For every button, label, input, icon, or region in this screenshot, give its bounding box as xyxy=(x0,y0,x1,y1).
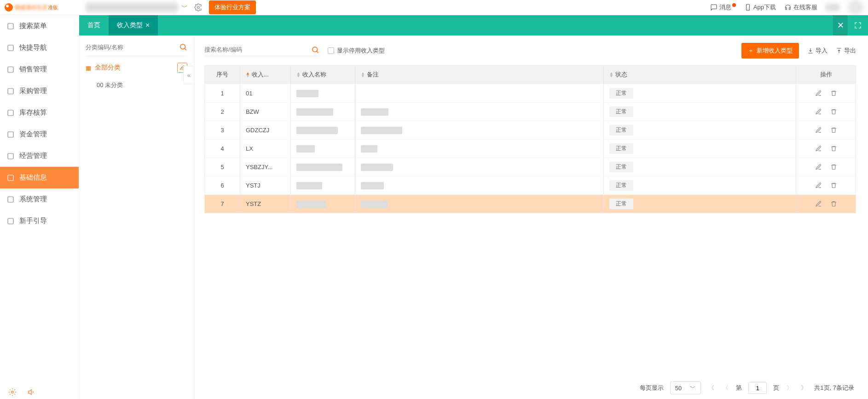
company-name xyxy=(86,3,178,12)
table-row[interactable]: 4LX正常 xyxy=(205,139,856,158)
page-summary: 共1页, 7条记录 xyxy=(814,384,854,392)
th-seq[interactable]: 序号 xyxy=(205,65,240,84)
toolbar: 显示停用收入类型 ＋ 新增收入类型 导入 导出 xyxy=(204,43,856,59)
close-all-tabs-button[interactable]: ✕ xyxy=(833,15,848,35)
svg-rect-4 xyxy=(8,45,13,51)
footer-sound-icon[interactable] xyxy=(28,388,36,396)
add-income-type-button[interactable]: ＋ 新增收入类型 xyxy=(741,43,799,59)
sidebar-item-label: 快捷导航 xyxy=(19,43,47,52)
delete-icon[interactable] xyxy=(830,108,837,115)
search-icon[interactable] xyxy=(179,43,187,51)
delete-icon[interactable] xyxy=(830,182,837,189)
company-dropdown-icon[interactable]: ﹀ xyxy=(181,3,188,12)
table-row[interactable]: 7YSTZ正常 xyxy=(205,194,856,213)
page-prev-button[interactable]: 〈 xyxy=(722,384,729,392)
footer-gear-icon[interactable] xyxy=(8,388,17,396)
export-button[interactable]: 导出 xyxy=(836,47,856,55)
show-disabled-checkbox[interactable]: 显示停用收入类型 xyxy=(328,47,385,55)
sidebar-item-label: 基础信息 xyxy=(19,173,47,182)
customer-service-link[interactable]: 在线客服 xyxy=(784,3,817,12)
table-row[interactable]: 5YSBZJY...正常 xyxy=(205,158,856,176)
sidebar-item-2[interactable]: 销售管理 xyxy=(0,59,79,80)
delete-icon[interactable] xyxy=(830,127,837,134)
chevron-down-icon: ﹀ xyxy=(690,384,696,392)
category-item[interactable]: 00 未分类 xyxy=(86,76,187,94)
table-header: 序号 ▲▼收入... ▲▼收入名称 ▲▼备注 ▲▼状态 操作 xyxy=(205,65,856,84)
tab-close-icon[interactable]: × xyxy=(145,21,150,29)
sidebar-item-7[interactable]: 基础信息 xyxy=(0,167,79,188)
edit-icon[interactable] xyxy=(815,182,822,189)
page-next-button[interactable]: 〉 xyxy=(786,384,793,392)
edit-icon[interactable] xyxy=(815,108,822,115)
th-name[interactable]: ▲▼收入名称 xyxy=(290,65,355,84)
export-icon xyxy=(836,47,842,54)
th-code[interactable]: ▲▼收入... xyxy=(240,65,290,84)
cell-name xyxy=(290,103,355,121)
cell-status: 正常 xyxy=(603,140,796,158)
avatar[interactable] xyxy=(848,0,863,15)
page-first-button[interactable]: 《 xyxy=(707,384,715,392)
main-search-input[interactable] xyxy=(204,46,311,53)
th-ops: 操作 xyxy=(796,65,856,84)
cell-seq: 7 xyxy=(205,195,240,213)
edit-icon[interactable] xyxy=(815,164,822,170)
sort-icon: ▲▼ xyxy=(609,72,613,77)
sidebar-item-5[interactable]: 资金管理 xyxy=(0,123,79,145)
sidebar-item-8[interactable]: 系统管理 xyxy=(0,188,79,210)
delete-icon[interactable] xyxy=(830,90,837,97)
delete-icon[interactable] xyxy=(830,164,837,170)
sidebar-item-0[interactable]: 搜索菜单 xyxy=(0,15,79,37)
app-download-link[interactable]: App下载 xyxy=(744,3,776,12)
cell-ops xyxy=(796,176,856,194)
search-icon[interactable] xyxy=(311,46,319,54)
cell-seq: 5 xyxy=(205,158,240,176)
category-search xyxy=(86,40,187,56)
th-remark[interactable]: ▲▼备注 xyxy=(355,65,603,84)
edit-icon[interactable] xyxy=(815,200,822,207)
table-row[interactable]: 6YSTJ正常 xyxy=(205,176,856,194)
cell-seq: 6 xyxy=(205,176,240,194)
side-nav: 搜索菜单快捷导航销售管理采购管理库存核算资金管理经营管理基础信息系统管理新手引导 xyxy=(0,15,79,399)
sidebar-item-9[interactable]: 新手引导 xyxy=(0,210,79,232)
sidebar-item-label: 采购管理 xyxy=(19,87,47,95)
plus-icon: ＋ xyxy=(748,47,754,55)
side-footer xyxy=(0,388,79,396)
page-input[interactable] xyxy=(748,382,767,394)
edit-icon[interactable] xyxy=(815,145,822,152)
message-badge xyxy=(732,3,736,7)
fullscreen-icon[interactable] xyxy=(851,15,865,35)
category-all[interactable]: ▦ 全部分类 xyxy=(86,56,187,76)
cell-ops xyxy=(796,140,856,158)
delete-icon[interactable] xyxy=(830,145,837,152)
tab-bar: 首页 收入类型 × ✕ xyxy=(79,15,868,35)
sidebar-item-1[interactable]: 快捷导航 xyxy=(0,37,79,59)
collapse-panel-button[interactable]: « xyxy=(183,66,194,84)
page-last-button[interactable]: 》 xyxy=(800,384,808,392)
edit-icon[interactable] xyxy=(815,127,822,134)
table-row[interactable]: 2BZW正常 xyxy=(205,102,856,121)
tab-home[interactable]: 首页 xyxy=(79,15,109,35)
category-search-input[interactable] xyxy=(86,44,175,51)
cell-status: 正常 xyxy=(603,195,796,213)
th-status[interactable]: ▲▼状态 xyxy=(603,65,796,84)
per-page-select[interactable]: 50 ﹀ xyxy=(670,381,701,394)
cell-ops xyxy=(796,84,856,102)
sidebar-icon xyxy=(6,44,15,52)
cell-code: YSTZ xyxy=(240,195,290,213)
table-row[interactable]: 3GDZCZJ正常 xyxy=(205,121,856,139)
svg-point-0 xyxy=(197,6,200,9)
table-row[interactable]: 101正常 xyxy=(205,84,856,102)
delete-icon[interactable] xyxy=(830,200,837,207)
edit-icon[interactable] xyxy=(815,90,822,97)
sidebar-item-4[interactable]: 库存核算 xyxy=(0,102,79,123)
message-link[interactable]: 消息 xyxy=(710,3,736,12)
import-button[interactable]: 导入 xyxy=(807,47,827,55)
sidebar-item-3[interactable]: 采购管理 xyxy=(0,80,79,102)
grid-icon: ▦ xyxy=(86,65,91,71)
experience-plan-button[interactable]: 体验行业方案 xyxy=(209,0,256,14)
gear-icon[interactable] xyxy=(194,3,203,12)
cell-seq: 4 xyxy=(205,140,240,158)
page-suffix: 页 xyxy=(773,384,779,392)
tab-income-type[interactable]: 收入类型 × xyxy=(109,15,158,35)
sidebar-item-6[interactable]: 经营管理 xyxy=(0,145,79,167)
